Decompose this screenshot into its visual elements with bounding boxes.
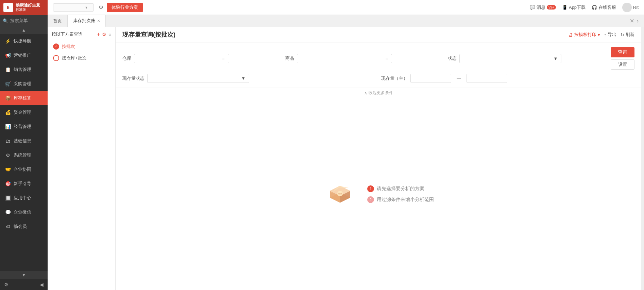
settings-btn[interactable]: 设置 <box>611 59 634 70</box>
sidebar-item-wechat[interactable]: 💬企业微信 <box>0 205 48 219</box>
app-download-label: App下载 <box>569 4 586 11</box>
refresh-btn[interactable]: ↻ 刷新 <box>621 32 634 38</box>
query-btn[interactable]: 查询 <box>611 47 634 57</box>
export-icon: ↑ <box>604 32 607 37</box>
range-dash: — <box>454 76 464 81</box>
sidebar-item-inventory[interactable]: 📦库存核算 <box>0 91 48 105</box>
add-plan-icon[interactable]: + <box>97 31 100 37</box>
message-icon: 💬 <box>530 5 535 10</box>
settings-plan-icon[interactable]: ⚙ <box>102 32 106 37</box>
warehouse-input[interactable]: ··· <box>134 54 229 63</box>
tab-close-icon[interactable]: × <box>97 18 100 23</box>
sidebar-item-finance[interactable]: 💰资金管理 <box>0 105 48 120</box>
close-icon[interactable]: ✕ <box>630 18 634 24</box>
stock-status-label: 现存量状态 <box>122 75 145 81</box>
sidebar-settings-btn[interactable]: ⚙ <box>4 282 9 287</box>
sidebar-search[interactable]: 🔍 搜索菜单 <box>0 15 48 26</box>
topbar-search-box[interactable]: ▾ <box>53 3 94 12</box>
sidebar-item-purchase[interactable]: 🛒采购管理 <box>0 77 48 91</box>
nav-label-basic: 基础信息 <box>14 138 31 144</box>
sidebar: 6 畅康通好生意 标准版 🔍 搜索菜单 ▲ ⚡快捷导航📢营销推广📋销售管理🛒采购… <box>0 0 48 290</box>
collapse-panel-icon[interactable]: « <box>108 32 111 37</box>
sidebar-item-operations[interactable]: 📊经营管理 <box>0 120 48 134</box>
left-panel-header: 按以下方案查询 + ⚙ « <box>48 31 115 41</box>
refresh-icon: ↻ <box>621 32 624 37</box>
phone-icon: 📱 <box>562 5 567 10</box>
print-label: 按模板打印 <box>574 32 596 38</box>
collapse-bar[interactable]: ∧ 收起更多条件 <box>116 88 641 98</box>
page-title: 现存量查询(按批次) <box>122 31 175 39</box>
sidebar-item-system[interactable]: ⚙系统管理 <box>0 148 48 162</box>
stock-qty-min-input[interactable] <box>410 74 451 83</box>
tab-inventory-batch[interactable]: 库存批次账 × <box>68 15 106 27</box>
app-download-btn[interactable]: 📱 App下载 <box>562 4 586 11</box>
nav-icon-apps: 🔲 <box>5 195 11 201</box>
user-avatar[interactable]: Rit <box>622 3 639 12</box>
sidebar-collapse-btn[interactable]: ◀ <box>40 282 44 287</box>
collapse-chevron-icon: ∧ <box>364 91 367 95</box>
chevron-right-icon[interactable]: › <box>637 18 639 24</box>
export-btn[interactable]: ↑ 导出 <box>604 32 617 38</box>
warehouse-more-icon: ··· <box>222 56 225 61</box>
messages-label: 消息 <box>537 4 545 11</box>
sidebar-item-apps[interactable]: 🔲应用中心 <box>0 191 48 205</box>
status-select[interactable]: ▼ <box>459 54 561 63</box>
left-panel-actions: + ⚙ « <box>97 31 111 37</box>
step-2-circle: 2 <box>367 196 374 203</box>
app-name: 畅康通好生意 <box>16 3 40 7</box>
topbar-search-input[interactable] <box>56 5 83 10</box>
page-header: 现存量查询(按批次) 🖨 按模板打印 ▾ ↑ 导出 ↻ 刷新 <box>116 27 641 42</box>
sidebar-item-basic[interactable]: 🗂基础信息 <box>0 134 48 148</box>
sidebar-item-newbie[interactable]: 🎯新手引导 <box>0 177 48 191</box>
nav-label-finance: 资金管理 <box>14 109 31 115</box>
print-chevron-icon[interactable]: ▾ <box>598 32 600 37</box>
scroll-track[interactable] <box>641 27 644 290</box>
tab-home[interactable]: 首页 <box>48 15 68 27</box>
nav-label-member: 畅会员 <box>14 223 27 230</box>
refresh-label: 刷新 <box>626 32 634 38</box>
topbar: ▾ ⚙ 体验行业方案 💬 消息 99+ 📱 App下载 🎧 在线客服 Rit <box>48 0 644 15</box>
product-input[interactable]: ··· <box>297 54 392 63</box>
sidebar-item-member[interactable]: 🏷畅会员 <box>0 219 48 234</box>
svg-point-7 <box>341 193 342 194</box>
nav-label-purchase: 采购管理 <box>14 81 31 87</box>
sidebar-scroll-down[interactable]: ▼ <box>0 271 48 279</box>
sidebar-item-sales[interactable]: 📋销售管理 <box>0 62 48 77</box>
plan-item-batch[interactable]: ✓ 按批次 <box>48 41 115 52</box>
right-panel: 现存量查询(按批次) 🖨 按模板打印 ▾ ↑ 导出 ↻ 刷新 <box>116 27 641 290</box>
main-area: ▾ ⚙ 体验行业方案 💬 消息 99+ 📱 App下载 🎧 在线客服 Rit <box>48 0 644 290</box>
nav-label-quick: 快捷导航 <box>14 38 31 44</box>
stock-qty-max-input[interactable] <box>467 74 507 83</box>
page-actions: 🖨 按模板打印 ▾ ↑ 导出 ↻ 刷新 <box>569 32 635 38</box>
filter-status: 状态 ▼ <box>448 54 605 63</box>
messages-badge: 99+ <box>547 5 556 10</box>
nav-icon-enterprise: 🤝 <box>5 166 11 173</box>
filter-row-1: 仓库 ··· 商品 ··· 状态 <box>122 47 634 70</box>
tab-bar-close-right: ✕ › <box>630 18 644 24</box>
nav-icon-system: ⚙ <box>5 152 11 158</box>
left-panel: 按以下方案查询 + ⚙ « ✓ 按批次 按仓库+批次 <box>48 27 116 290</box>
filter-product: 商品 ··· <box>285 54 443 63</box>
plan-item-warehouse-batch[interactable]: 按仓库+批次 <box>48 52 115 64</box>
app-logo: 6 <box>3 3 13 12</box>
sidebar-item-marketing[interactable]: 📢营销推广 <box>0 48 48 62</box>
product-more-icon: ··· <box>385 56 388 61</box>
status-label: 状态 <box>448 55 457 61</box>
sidebar-scroll-up[interactable]: ▲ <box>0 26 48 34</box>
stock-qty-label: 现存量（主） <box>381 75 408 81</box>
online-support-btn[interactable]: 🎧 在线客服 <box>592 4 616 11</box>
print-btn[interactable]: 🖨 按模板打印 ▾ <box>569 32 600 38</box>
plan-icon-batch: ✓ <box>53 43 59 50</box>
messages-btn[interactable]: 💬 消息 99+ <box>530 4 556 11</box>
sidebar-item-quick[interactable]: ⚡快捷导航 <box>0 34 48 48</box>
filter-area: 仓库 ··· 商品 ··· 状态 <box>116 42 641 88</box>
nav-icon-finance: 💰 <box>5 109 11 115</box>
topbar-gear-icon[interactable]: ⚙ <box>99 4 103 11</box>
sidebar-item-enterprise[interactable]: 🤝企业协同 <box>0 162 48 177</box>
warehouse-label: 仓库 <box>122 55 131 61</box>
step-1-circle: 1 <box>367 185 374 192</box>
stock-status-select[interactable]: ▼ <box>147 74 249 83</box>
topbar-dropdown-icon[interactable]: ▾ <box>85 5 87 10</box>
experience-btn[interactable]: 体验行业方案 <box>107 3 143 12</box>
search-icon: 🔍 <box>3 18 8 23</box>
